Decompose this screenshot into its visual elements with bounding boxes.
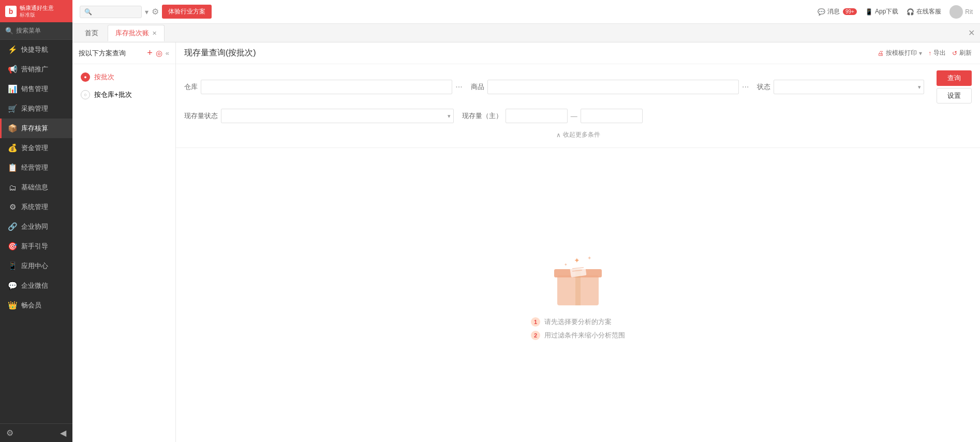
tip-num-2: 2: [531, 331, 540, 340]
svg-text:✦: ✦: [587, 255, 591, 261]
status-select[interactable]: [774, 80, 924, 94]
headset-icon: 🎧: [907, 8, 914, 16]
add-plan-icon[interactable]: +: [147, 48, 153, 58]
user-avatar-btn[interactable]: Rit: [949, 5, 973, 19]
online-service-label: 在线客服: [916, 7, 941, 16]
stock-qty-dash: —: [571, 112, 577, 120]
tab-home-label: 首页: [85, 28, 98, 38]
stock-status-label: 现存量状态: [184, 111, 218, 121]
collapse-label: 收起更多条件: [563, 130, 600, 139]
tip-num-1: 1: [531, 317, 540, 327]
search-label: 搜索菜单: [16, 26, 41, 35]
left-panel-header: 按以下方案查询 + ◎ «: [72, 42, 175, 64]
industry-btn[interactable]: 体验行业方案: [162, 5, 212, 19]
svg-text:✦: ✦: [564, 262, 568, 267]
enterprise-icon: 🔗: [8, 222, 17, 231]
page-titlebar: 现存量查询(按批次) 🖨 按模板打印 ▾ ↑ 导出 ↺ 刷新: [176, 42, 980, 64]
chevron-down-icon[interactable]: ▾: [145, 8, 149, 16]
sidebar-item-marketing[interactable]: 📢 营销推广: [0, 60, 72, 79]
product-input[interactable]: [487, 80, 739, 94]
empty-tip-2: 2 用过滤条件来缩小分析范围: [531, 331, 625, 340]
message-badge: 99+: [843, 8, 857, 15]
refresh-label: 刷新: [959, 49, 972, 57]
operation-icon: 📋: [8, 163, 17, 172]
plan-item-by-batch[interactable]: ● 按批次: [72, 68, 175, 86]
sidebar-item-label: 新手引导: [21, 242, 48, 251]
tab-batch-account[interactable]: 库存批次账 ✕: [108, 25, 165, 41]
sidebar-item-purchase[interactable]: 🛒 采购管理: [0, 99, 72, 119]
online-service-btn[interactable]: 🎧 在线客服: [907, 7, 941, 16]
sidebar-settings-icon[interactable]: ⚙: [6, 428, 13, 438]
sidebar-item-label: 基础信息: [21, 183, 48, 192]
settings-gear-icon[interactable]: ⚙: [152, 7, 159, 17]
sidebar-collapse-icon[interactable]: ◀: [60, 428, 66, 438]
phone-icon: 📱: [865, 8, 873, 16]
tip-text-1: 请先选择要分析的方案: [544, 317, 612, 327]
sidebar-item-enterprise[interactable]: 🔗 企业协同: [0, 217, 72, 237]
sidebar-item-quick-nav[interactable]: ⚡ 快捷导航: [0, 40, 72, 60]
product-label: 商品: [471, 82, 484, 92]
tab-panel-close-icon[interactable]: ✕: [968, 28, 975, 38]
plan-label: 按批次: [94, 72, 114, 82]
purchase-icon: 🛒: [8, 104, 17, 113]
sidebar-item-label: 快捷导航: [21, 45, 48, 54]
warehouse-input[interactable]: [201, 80, 452, 94]
refresh-btn[interactable]: ↺ 刷新: [952, 49, 972, 57]
sidebar-item-label: 企业协同: [21, 222, 48, 231]
app-download-btn[interactable]: 📱 App下载: [865, 7, 898, 16]
sidebar-item-sales[interactable]: 📊 销售管理: [0, 79, 72, 99]
tabbar: 首页 库存批次账 ✕ ✕: [72, 24, 980, 42]
sidebar-item-wechat[interactable]: 💬 企业微信: [0, 276, 72, 296]
plan-settings-icon[interactable]: ◎: [156, 49, 162, 58]
stock-qty-max-input[interactable]: [581, 109, 643, 123]
product-more-icon[interactable]: ···: [742, 82, 749, 92]
stock-qty-label: 现存量（主）: [462, 111, 502, 121]
app-logo: b: [5, 6, 17, 17]
print-btn[interactable]: 🖨 按模板打印 ▾: [878, 49, 922, 57]
warehouse-more-icon[interactable]: ···: [455, 82, 462, 92]
member-icon: 👑: [8, 301, 17, 310]
message-btn[interactable]: 💬 消息 99+: [818, 7, 857, 16]
empty-tip-1: 1 请先选择要分析的方案: [531, 317, 625, 327]
chevron-up-icon: ∧: [556, 131, 561, 139]
sidebar-item-newbie[interactable]: 🎯 新手引导: [0, 237, 72, 256]
collapse-more-btn[interactable]: ∧ 收起更多条件: [184, 128, 972, 141]
tab-close-icon[interactable]: ✕: [152, 30, 157, 37]
search-icon: 🔍: [84, 8, 92, 16]
system-icon: ⚙: [8, 202, 17, 212]
sidebar-item-inventory[interactable]: 📦 库存核算: [0, 119, 72, 138]
tab-home[interactable]: 首页: [78, 25, 106, 41]
status-filter: 状态 ▾: [757, 80, 924, 94]
status-select-wrapper: ▾: [774, 80, 924, 94]
filter-row-1: 仓库 ··· 商品 ··· 状态: [184, 70, 972, 104]
sidebar-item-label: 销售管理: [21, 84, 48, 94]
left-panel-title: 按以下方案查询: [79, 49, 126, 58]
sidebar-search[interactable]: 🔍 搜索菜单: [0, 22, 72, 40]
sidebar-item-label: 应用中心: [21, 261, 48, 271]
query-button[interactable]: 查询: [937, 70, 972, 86]
topbar-search-box[interactable]: 🔍: [80, 6, 142, 18]
left-panel-actions: + ◎ «: [147, 48, 169, 58]
plan-inactive-icon: ○: [81, 90, 90, 99]
search-icon: 🔍: [5, 27, 13, 35]
plan-item-by-warehouse-batch[interactable]: ○ 按仓库+批次: [72, 86, 175, 104]
empty-box-svg: ✦ ✦ ✦: [547, 251, 609, 307]
collapse-panel-icon[interactable]: «: [166, 49, 169, 57]
sidebar-item-operation[interactable]: 📋 经营管理: [0, 158, 72, 178]
topbar: 🔍 ▾ ⚙ 体验行业方案 💬 消息 99+ 📱 App下载 🎧 在线客服: [72, 0, 980, 24]
sidebar-item-member[interactable]: 👑 畅会员: [0, 296, 72, 315]
sidebar-item-system[interactable]: ⚙ 系统管理: [0, 197, 72, 217]
sidebar-item-basic[interactable]: 🗂 基础信息: [0, 178, 72, 197]
sidebar-item-app-center[interactable]: 📱 应用中心: [0, 256, 72, 276]
stock-status-select[interactable]: [221, 109, 454, 123]
empty-illustration: ✦ ✦ ✦: [547, 251, 609, 309]
stock-qty-min-input[interactable]: [506, 109, 568, 123]
plan-active-icon: ●: [81, 72, 90, 82]
export-btn[interactable]: ↑ 导出: [928, 49, 946, 57]
sidebar-item-finance[interactable]: 💰 资金管理: [0, 138, 72, 158]
settings-button[interactable]: 设置: [937, 88, 972, 104]
print-dropdown-icon[interactable]: ▾: [919, 50, 922, 57]
status-label: 状态: [757, 82, 770, 92]
stock-status-select-wrapper: ▾: [221, 109, 454, 123]
action-buttons: 查询 设置: [937, 70, 972, 104]
